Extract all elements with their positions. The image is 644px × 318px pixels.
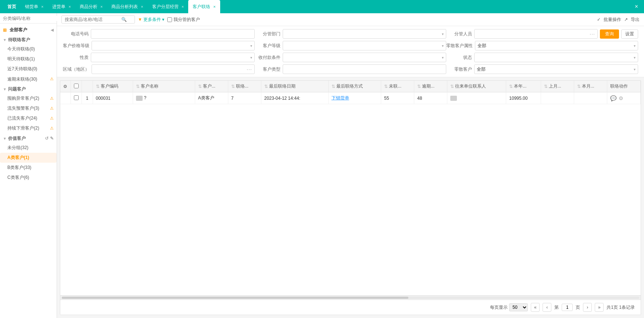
- nav-analysis[interactable]: 商品分析 ×: [75, 0, 107, 13]
- customer-name-color: [136, 96, 143, 101]
- last-method-link[interactable]: 下销货单: [332, 95, 349, 100]
- chevron-down-icon-5: ▾: [250, 56, 252, 60]
- row-checkbox[interactable]: [74, 95, 79, 100]
- filter-select-retail-attr[interactable]: 全部 ▾: [475, 41, 638, 50]
- th-this-year: ⇅ 本年...: [506, 81, 541, 92]
- th-contact: ⇅ 联络...: [228, 81, 261, 92]
- td-check[interactable]: [71, 92, 82, 104]
- nav-customer-segment-close[interactable]: ×: [182, 0, 184, 13]
- scroll-track[interactable]: [62, 297, 639, 299]
- sidebar-item-abnormal[interactable]: 囤购异常客户(2) ⚠: [0, 93, 57, 103]
- my-customers-checkbox[interactable]: [167, 17, 172, 22]
- nav-home[interactable]: 首页: [3, 0, 21, 13]
- sort-icon-no-contact: ⇅: [384, 84, 388, 89]
- th-gear[interactable]: ⚙: [60, 81, 71, 92]
- customer-name-text: ?: [144, 95, 147, 100]
- chevron-down-icon-8: ▾: [634, 67, 636, 71]
- nav-customer-contact-close[interactable]: ×: [213, 0, 215, 13]
- sidebar-group-pending[interactable]: ▼ 待联络客户: [0, 35, 57, 44]
- filter-more-button[interactable]: ▼ 更多条件 ▾: [138, 17, 164, 23]
- filter-select-retail[interactable]: 全部 ▾: [474, 64, 638, 74]
- sidebar-item-declining[interactable]: 持续下滑客户(2) ⚠: [0, 123, 57, 133]
- batch-op-label: 批量操作: [604, 17, 621, 23]
- sidebar-item-tomorrow[interactable]: 明天待联络(1): [0, 54, 57, 64]
- filter-label-dept: 分管部门: [255, 31, 280, 37]
- select-all-checkbox[interactable]: [74, 84, 79, 88]
- th-last-month-label: 上月...: [549, 83, 561, 89]
- nav-purchase[interactable]: 进货单 ×: [48, 0, 75, 13]
- sidebar-item-7days[interactable]: 近7天待联络(0): [0, 64, 57, 74]
- filter-select-person[interactable]: ···: [474, 29, 598, 39]
- sidebar-group-problem[interactable]: ▼ 问题客户: [0, 84, 57, 93]
- nav-sales-close[interactable]: ×: [41, 0, 43, 13]
- sidebar-item-tomorrow-label: 明天待联络(1): [7, 56, 35, 63]
- sidebar-search-input[interactable]: [3, 16, 58, 21]
- sidebar-all-customers[interactable]: ⊞ 全部客户 ◀: [0, 25, 57, 35]
- prev-page-button[interactable]: ‹: [543, 303, 551, 312]
- filter-search-icon[interactable]: 🔍: [121, 17, 127, 22]
- nav-analysis-list-close[interactable]: ×: [141, 0, 143, 13]
- sort-icon-code: ⇅: [96, 84, 100, 89]
- filter-cell-dept: 分管部门 ▾: [255, 29, 447, 39]
- scroll-thumb[interactable]: [62, 297, 408, 299]
- warn-icon-churned: ⚠: [50, 115, 54, 122]
- nav-analysis-list[interactable]: 商品分析列表 ×: [107, 0, 147, 13]
- filter-select-payment[interactable]: ▾: [283, 53, 447, 62]
- nav-analysis-label: 商品分析: [80, 0, 97, 13]
- settings-button[interactable]: 设置: [621, 29, 638, 39]
- export-label: 导出: [631, 17, 640, 23]
- content-area: 🔍 ▼ 更多条件 ▾ 我分管的客户 ✓ 批量操作 ↗ 导出: [57, 13, 644, 318]
- horizontal-scrollbar[interactable]: [60, 295, 641, 300]
- per-page-select[interactable]: 50 20 100: [509, 303, 528, 311]
- sidebar-item-ungrouped[interactable]: 未分组(32): [0, 143, 57, 153]
- filter-select-nature[interactable]: ▾: [91, 53, 255, 62]
- nav-purchase-close[interactable]: ×: [68, 0, 71, 13]
- query-button[interactable]: 查询: [600, 29, 619, 39]
- pagination: 每页显示 50 20 100 « ‹ 第 页 ›: [60, 300, 641, 315]
- my-customers-check[interactable]: 我分管的客户: [167, 17, 200, 23]
- sidebar-item-churn-warn[interactable]: 流失预警客户(3) ⚠: [0, 103, 57, 113]
- next-page-button[interactable]: ›: [583, 303, 592, 312]
- sidebar-item-overdue[interactable]: 逾期未联络(30) ⚠: [0, 74, 57, 84]
- sidebar-item-churned[interactable]: 已流失客户(24) ⚠: [0, 113, 57, 123]
- sidebar-item-c-class[interactable]: C类客户(6): [0, 173, 57, 183]
- total-pages-label: 页: [576, 304, 580, 311]
- nav-analysis-close[interactable]: ×: [100, 0, 103, 13]
- message-icon[interactable]: 💬: [610, 95, 616, 101]
- nav-customer-segment[interactable]: 客户分层经营 ×: [148, 0, 188, 13]
- filter-select-customer-level[interactable]: ▾: [283, 41, 447, 50]
- batch-op-button[interactable]: ✓ 批量操作: [597, 17, 621, 23]
- nav-sales[interactable]: 销货单 ×: [21, 0, 48, 13]
- table-row: 1 000031 ? A类客户: [60, 92, 641, 104]
- filter-select-region[interactable]: ···: [92, 64, 255, 74]
- filter-select-status[interactable]: ▾: [474, 53, 638, 62]
- first-page-button[interactable]: «: [531, 303, 540, 312]
- filter-select-dept[interactable]: ▾: [283, 29, 447, 39]
- refresh-icon[interactable]: ↺: [45, 136, 49, 141]
- close-all-button[interactable]: ×: [632, 3, 641, 10]
- sidebar-group-value[interactable]: ▼ 价值客户 ↺ ✎: [0, 134, 57, 143]
- nav-customer-contact[interactable]: 客户联络 ×: [188, 0, 220, 13]
- filter-input-customer-type[interactable]: [283, 64, 447, 74]
- grid-icon: ⊞: [3, 28, 7, 33]
- sidebar-item-today[interactable]: 今天待联络(0): [0, 44, 57, 54]
- page-number-input[interactable]: [562, 304, 573, 311]
- th-check[interactable]: [71, 81, 82, 92]
- filter-cell-person: 分管人员 ··· 查询 设置: [446, 29, 638, 39]
- th-this-year-label: 本年...: [514, 83, 526, 89]
- export-button[interactable]: ↗ 导出: [624, 17, 640, 23]
- filter-search-input[interactable]: [65, 17, 120, 22]
- customer-code: 000031: [96, 96, 111, 101]
- filter-select-price-level[interactable]: ▾: [92, 41, 255, 50]
- edit-icon[interactable]: ✎: [50, 136, 54, 141]
- filter-input-phone[interactable]: [91, 29, 255, 39]
- last-page-button[interactable]: »: [595, 303, 604, 312]
- last-page-icon: »: [598, 305, 601, 310]
- sidebar-item-b-class[interactable]: B类客户(33): [0, 163, 57, 173]
- main-layout: 🔍 ⊞ 全部客户 ◀ ▼ 待联络客户 今天待联络(0) 明天待联络(1): [0, 13, 644, 318]
- td-contact: 7: [228, 92, 261, 104]
- last-date: 2023-04-12 14:44:: [264, 96, 300, 101]
- sidebar-item-a-class[interactable]: A类客户(1): [0, 153, 57, 163]
- filter-cell-customer-type: 客户类型: [255, 64, 447, 74]
- action-gear-icon[interactable]: ⚙: [619, 95, 623, 101]
